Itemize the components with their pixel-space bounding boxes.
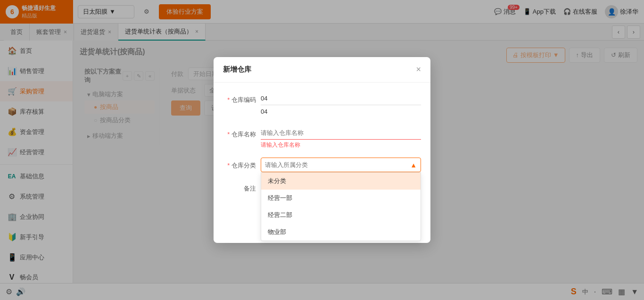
category-dropdown: ▲ 未分类 经营一部 经营二部 物业部 [261,158,421,172]
code-label: * 仓库编码 [223,92,256,104]
name-label: * 仓库名称 [223,126,256,139]
modal-close-button[interactable]: × [416,65,421,75]
name-input[interactable] [261,126,421,140]
form-row-category: * 仓库分类 ▲ 未分类 经营一部 经营二部 物业部 [223,158,421,172]
form-row-code: * 仓库编码 04 [223,92,421,118]
category-input[interactable] [265,158,410,172]
form-row-name: * 仓库名称 请输入仓库名称 [223,126,421,149]
category-label: * 仓库分类 [223,158,256,170]
code-input[interactable] [261,92,421,105]
notes-label: 备注 [223,181,256,193]
dropdown-item-0[interactable]: 未分类 [261,173,421,190]
name-field: 请输入仓库名称 [261,126,421,149]
dropdown-item-1[interactable]: 经营一部 [261,190,421,207]
category-dropdown-list: 未分类 经营一部 经营二部 物业部 [261,172,421,241]
modal-title: 新增仓库 [223,65,251,74]
name-error-msg: 请输入仓库名称 [261,141,421,149]
add-warehouse-modal: 新增仓库 × * 仓库编码 04 * 仓库名称 请输入仓库名称 [214,57,430,243]
category-input-row[interactable]: ▲ [261,158,421,172]
dropdown-arrow-icon[interactable]: ▲ [410,161,417,169]
dropdown-item-2[interactable]: 经营二部 [261,207,421,224]
modal-body: * 仓库编码 04 * 仓库名称 请输入仓库名称 * 仓库分类 [214,83,430,212]
dropdown-item-3[interactable]: 物业部 [261,224,421,241]
code-field: 04 [261,92,421,118]
modal-header: 新增仓库 × [214,57,430,83]
